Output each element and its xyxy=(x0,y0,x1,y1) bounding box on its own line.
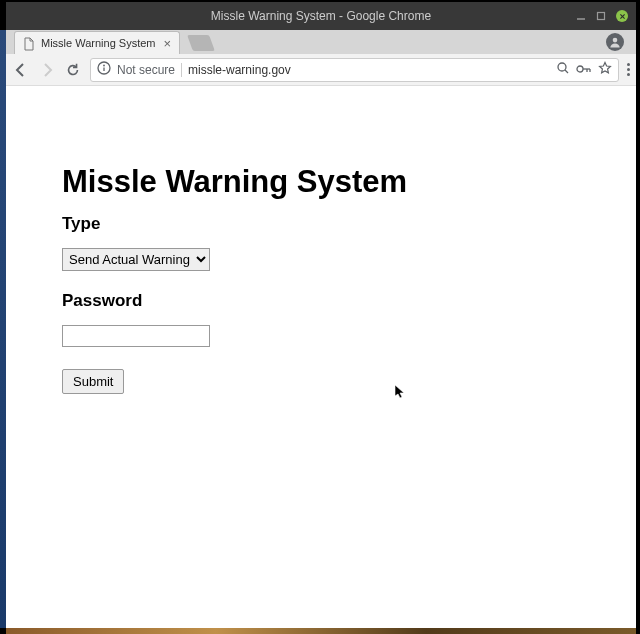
password-label: Password xyxy=(62,291,580,311)
password-field[interactable] xyxy=(62,325,210,347)
page-content: Missle Warning System Type Send Actual W… xyxy=(6,86,636,628)
tab-bar: Missle Warning System × xyxy=(6,30,636,54)
menu-icon[interactable] xyxy=(627,63,630,76)
chrome-window: Missle Warning System - Google Chrome Mi… xyxy=(6,2,636,628)
submit-button[interactable]: Submit xyxy=(62,369,124,394)
profile-button[interactable] xyxy=(606,33,624,51)
type-label: Type xyxy=(62,214,580,234)
minimize-icon[interactable] xyxy=(576,11,586,21)
window-controls xyxy=(576,10,628,22)
tab-title: Missle Warning System xyxy=(41,37,156,49)
window-titlebar[interactable]: Missle Warning System - Google Chrome xyxy=(6,2,636,30)
svg-line-9 xyxy=(565,70,568,73)
reload-icon[interactable] xyxy=(64,61,82,79)
page-title: Missle Warning System xyxy=(62,164,580,200)
zoom-icon[interactable] xyxy=(556,61,570,78)
svg-point-8 xyxy=(558,63,566,71)
maximize-icon[interactable] xyxy=(596,11,606,21)
page-icon xyxy=(23,37,35,49)
browser-tab[interactable]: Missle Warning System × xyxy=(14,31,180,54)
separator xyxy=(181,63,182,77)
key-icon[interactable] xyxy=(576,63,592,77)
address-bar: Not secure missle-warning.gov xyxy=(6,54,636,86)
svg-point-6 xyxy=(103,65,105,67)
window-title: Missle Warning System - Google Chrome xyxy=(211,9,431,23)
url-text: missle-warning.gov xyxy=(188,63,291,77)
new-tab-button[interactable] xyxy=(187,35,215,51)
svg-point-4 xyxy=(613,38,618,43)
omnibox[interactable]: Not secure missle-warning.gov xyxy=(90,58,619,82)
tab-close-icon[interactable]: × xyxy=(162,37,174,50)
type-select[interactable]: Send Actual Warning xyxy=(62,248,210,271)
star-icon[interactable] xyxy=(598,61,612,78)
back-icon[interactable] xyxy=(12,61,30,79)
profile-area xyxy=(606,33,624,51)
security-label: Not secure xyxy=(117,63,175,77)
desktop-bottom-edge xyxy=(6,628,636,634)
close-icon[interactable] xyxy=(616,10,628,22)
info-icon[interactable] xyxy=(97,61,111,78)
svg-point-10 xyxy=(577,66,583,72)
forward-icon[interactable] xyxy=(38,61,56,79)
svg-rect-1 xyxy=(598,13,605,20)
